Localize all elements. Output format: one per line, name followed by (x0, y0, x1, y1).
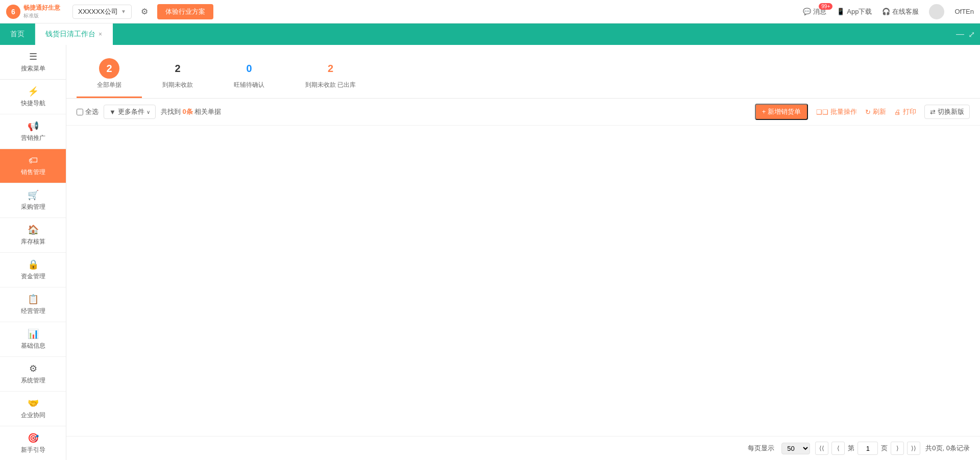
toolbar: 全选 ▼ 更多条件 ∨ 共找到 0条 相关单据 + 新增销货单 ❑❑ 批量操作 (66, 99, 980, 126)
stat-tab-overdue[interactable]: 2 到期未收款 (142, 53, 213, 98)
select-all-input[interactable] (77, 109, 83, 115)
switch-version-button[interactable]: ⇄ 切换新版 (924, 105, 970, 119)
guide-icon: 🎯 (28, 432, 39, 444)
settings-button[interactable]: ⚙ (137, 4, 152, 19)
tab-minimize-icon[interactable]: — (956, 30, 964, 39)
stat-overdue-label: 到期未收款 (162, 81, 193, 89)
sidebar-label-system: 系统管理 (21, 376, 45, 385)
sidebar-item-quick-nav[interactable]: ⚡ 快捷导航 (0, 80, 66, 114)
finance-icon: 🔒 (28, 259, 39, 270)
sidebar-label-finance: 资金管理 (21, 272, 45, 281)
print-icon: 🖨 (894, 108, 901, 116)
sidebar-label-sales: 销售管理 (21, 168, 45, 177)
found-text: 共找到 0条 相关单据 (161, 107, 221, 116)
page-total: 共0页, 0条记录 (925, 444, 970, 453)
sidebar-label-operation: 经营管理 (21, 307, 45, 316)
stat-all-number: 2 (106, 63, 112, 75)
filter-button[interactable]: ▼ 更多条件 ∨ (104, 105, 156, 119)
app-download-label: App下载 (847, 7, 872, 16)
next-page-button[interactable]: ⟩ (891, 442, 904, 455)
stat-shipped-label: 到期未收款 已出库 (305, 81, 356, 89)
sidebar-item-system[interactable]: ⚙ 系统管理 (0, 357, 66, 392)
print-label: 打印 (903, 107, 916, 116)
sidebar-item-finance[interactable]: 🔒 资金管理 (0, 253, 66, 287)
purchase-icon: 🛒 (28, 189, 39, 201)
tab-home[interactable]: 首页 (0, 23, 35, 45)
stat-pending-label: 旺辅待确认 (234, 81, 264, 89)
stats-tabs: 2 全部单据 2 到期未收款 0 旺辅待确认 2 到期未收款 已出 (66, 45, 980, 99)
found-count: 0条 (183, 108, 193, 115)
sidebar: ☰ 搜索菜单 ⚡ 快捷导航 📢 营销推广 🏷 销售管理 🛒 采购管理 🏠 库存核… (0, 45, 66, 460)
batch-icon: ❑❑ (816, 108, 828, 116)
stat-tab-all[interactable]: 2 全部单据 (77, 53, 142, 98)
nav-tabs: 首页 钱货日清工作台 × — ⤢ (0, 23, 980, 45)
sidebar-item-search-menu[interactable]: ☰ 搜索菜单 (0, 45, 66, 80)
per-page-label: 每页显示 (748, 444, 774, 453)
company-selector[interactable]: XXXXXX公司 ▼ (72, 5, 132, 19)
switch-icon: ⇄ (930, 108, 936, 116)
switch-label: 切换新版 (938, 107, 964, 116)
app-download-button[interactable]: 📱 App下载 (837, 7, 872, 16)
operation-icon: 📋 (28, 294, 39, 305)
prev-page-button[interactable]: ⟨ (831, 442, 845, 455)
logo-text: 畅捷通好生意 标准版 (23, 4, 60, 19)
stat-overdue-number: 2 (175, 63, 180, 75)
page-input[interactable] (857, 442, 878, 455)
sidebar-item-enterprise[interactable]: 🤝 企业协同 (0, 392, 66, 426)
message-badge: 99+ (819, 3, 832, 10)
company-name: XXXXXX公司 (78, 7, 118, 16)
per-page-select[interactable]: 50 100 200 (781, 443, 810, 454)
footer: 每页显示 50 100 200 ⟨⟨ ⟨ 第 页 ⟩ ⟩⟩ 共0页, 0条记录 (66, 436, 980, 460)
sidebar-item-basic-info[interactable]: 📊 基础信息 (0, 322, 66, 357)
batch-operation-button[interactable]: ❑❑ 批量操作 (816, 107, 857, 116)
header-right: 💬 消息 99+ 📱 App下载 🎧 在线客服 OfTEn (803, 4, 974, 19)
first-page-button[interactable]: ⟨⟨ (815, 442, 828, 455)
filter-chevron-icon: ∨ (146, 109, 150, 115)
system-icon: ⚙ (29, 363, 37, 374)
stat-tab-shipped[interactable]: 2 到期未收款 已出库 (285, 53, 376, 98)
stat-tab-pending[interactable]: 0 旺辅待确认 (213, 53, 285, 98)
filter-label: 更多条件 (118, 107, 144, 116)
add-order-button[interactable]: + 新增销货单 (755, 104, 808, 120)
online-service-button[interactable]: 🎧 在线客服 (882, 7, 919, 16)
last-page-button[interactable]: ⟩⟩ (907, 442, 920, 455)
stat-shipped-number: 2 (328, 63, 333, 75)
print-button[interactable]: 🖨 打印 (894, 107, 916, 116)
quick-nav-icon: ⚡ (28, 86, 39, 97)
sales-icon: 🏷 (29, 155, 38, 166)
sidebar-label-quick: 快捷导航 (21, 99, 45, 108)
tab-home-label: 首页 (10, 30, 24, 39)
avatar[interactable] (929, 4, 944, 19)
sidebar-item-purchase[interactable]: 🛒 采购管理 (0, 183, 66, 218)
filter-icon: ▼ (109, 108, 116, 116)
stat-shipped-number-box: 2 (321, 58, 341, 79)
tab-maximize-icon[interactable]: ⤢ (968, 30, 975, 39)
enterprise-icon: 🤝 (28, 398, 39, 409)
sidebar-item-operation[interactable]: 📋 经营管理 (0, 287, 66, 322)
sidebar-label-purchase: 采购管理 (21, 203, 45, 211)
download-icon: 📱 (837, 8, 845, 15)
sidebar-label-guide: 新手引导 (21, 446, 45, 454)
message-button[interactable]: 💬 消息 99+ (803, 7, 826, 16)
page-suffix: 页 (881, 444, 888, 453)
refresh-button[interactable]: ↻ 刷新 (865, 107, 886, 116)
experience-button[interactable]: 体验行业方案 (157, 4, 213, 19)
stat-all-label: 全部单据 (97, 81, 121, 89)
content-area: 2 全部单据 2 到期未收款 0 旺辅待确认 2 到期未收款 已出 (66, 45, 980, 460)
tab-close-icon[interactable]: × (99, 31, 102, 38)
tab-workbench[interactable]: 钱货日清工作台 × (35, 23, 113, 45)
sidebar-item-inventory[interactable]: 🏠 库存核算 (0, 218, 66, 253)
message-icon: 💬 (803, 8, 811, 15)
sidebar-label-enterprise: 企业协同 (21, 411, 45, 420)
sidebar-item-guide[interactable]: 🎯 新手引导 (0, 426, 66, 460)
toolbar-right: + 新增销货单 ❑❑ 批量操作 ↻ 刷新 🖨 打印 ⇄ 切换新版 (755, 104, 970, 120)
inventory-icon: 🏠 (28, 224, 39, 235)
basic-info-icon: 📊 (28, 328, 39, 340)
sidebar-item-marketing[interactable]: 📢 营销推广 (0, 114, 66, 149)
sidebar-item-sales[interactable]: 🏷 销售管理 (0, 149, 66, 183)
settings-icon: ⚙ (141, 7, 148, 16)
online-service-label: 在线客服 (892, 7, 919, 16)
logo-icon: 6 (6, 5, 20, 19)
top-header: 6 畅捷通好生意 标准版 XXXXXX公司 ▼ ⚙ 体验行业方案 💬 消息 99… (0, 0, 980, 23)
select-all-checkbox[interactable]: 全选 (77, 107, 99, 116)
